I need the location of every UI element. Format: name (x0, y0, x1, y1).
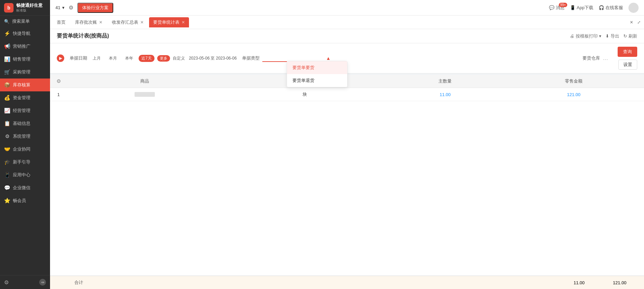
product-placeholder-0 (135, 92, 155, 97)
company-num: 41 (55, 5, 60, 10)
user-avatar[interactable] (628, 3, 639, 13)
date-this-year[interactable]: 本年 (122, 54, 136, 62)
expand-icon: ▶ (59, 56, 62, 61)
sidebar: b 畅捷通好生意 标准版 🔍 搜索菜单 ⚡ 快捷导航 📢 营销推广 📊 销售管理… (0, 0, 50, 289)
sidebar-label-9: 企业协同 (13, 146, 30, 152)
sidebar-icon-0: ⚡ (4, 30, 10, 37)
sidebar-icon-2: 📊 (4, 56, 10, 62)
sidebar-item-经营管理[interactable]: 📈 经营管理 (0, 104, 50, 117)
sidebar-label-6: 经营管理 (13, 108, 30, 114)
date-filter-group: 单据日期 上月 本月 本年 近7天 更多 自定义 2023-05-06 至 20… (70, 54, 237, 62)
sidebar-item-销售管理[interactable]: 📊 销售管理 (0, 53, 50, 66)
tab-label-3: 要货单统计表 (153, 19, 180, 25)
warehouse-more-icon[interactable]: … (603, 55, 608, 61)
app-label: App下载 (577, 5, 593, 11)
sidebar-label-5: 资金管理 (13, 95, 30, 101)
sidebar-collapse-button[interactable]: ⇔ (39, 279, 46, 286)
sidebar-item-企业协同[interactable]: 🤝 企业协同 (0, 143, 50, 156)
customer-service-button[interactable]: 🎧 在线客服 (599, 5, 623, 11)
sidebar-item-资金管理[interactable]: 💰 资金管理 (0, 91, 50, 104)
date-range-display: 2023-05-06 至 2023-06-06 (189, 55, 237, 61)
cell-index-0: 1 (50, 88, 67, 101)
sidebar-search-label: 搜索菜单 (12, 18, 30, 24)
date-last-7-days[interactable]: 近7天 (139, 55, 154, 62)
sidebar-label-2: 销售管理 (13, 56, 30, 62)
sidebar-item-畅会员[interactable]: ⭐ 畅会员 (0, 194, 50, 207)
tab-close-3[interactable]: ✕ (182, 20, 185, 25)
message-button[interactable]: 💬 消息 99+ (549, 5, 565, 11)
app-download-button[interactable]: 📱 App下载 (570, 5, 593, 11)
close-window-button[interactable]: ✕ (629, 20, 634, 25)
tab-close-1[interactable]: ✕ (99, 20, 102, 25)
sidebar-icon-13: ⭐ (4, 198, 10, 204)
sidebar-item-基础信息[interactable]: 📋 基础信息 (0, 117, 50, 130)
sidebar-item-库存核算[interactable]: 📦 库存核算 (0, 79, 50, 91)
col-settings: ⚙ (50, 75, 67, 88)
sidebar-item-新手引导[interactable]: 🎓 新手引导 (0, 156, 50, 169)
company-selector[interactable]: 41 ▾ (55, 5, 65, 10)
col-sale-amt: 零售金额 (503, 75, 644, 88)
sidebar-label-11: 应用中心 (13, 172, 30, 178)
refresh-button[interactable]: ↻ 刷新 (623, 33, 637, 39)
print-icon: 🖨 (570, 34, 574, 39)
sidebar-item-快捷导航[interactable]: ⚡ 快捷导航 (0, 27, 50, 40)
sidebar-label-3: 采购管理 (13, 69, 30, 75)
sidebar-label-13: 畅会员 (13, 198, 26, 204)
dropdown-item-0[interactable]: 要货单要货 (287, 61, 347, 74)
sidebar-item-企业微信[interactable]: 💬 企业微信 (0, 181, 50, 194)
sidebar-item-系统管理[interactable]: ⚙ 系统管理 (0, 130, 50, 143)
column-settings-icon[interactable]: ⚙ (56, 78, 61, 84)
date-this-month[interactable]: 本月 (106, 54, 120, 62)
sidebar-search[interactable]: 🔍 搜索菜单 (0, 16, 50, 27)
filter-expand-button[interactable]: ▶ (57, 54, 64, 62)
company-dropdown-icon: ▾ (62, 5, 65, 10)
date-custom[interactable]: 自定义 (173, 55, 185, 61)
type-dropdown: 要货单要货要货单退货 (287, 61, 348, 87)
sidebar-label-8: 系统管理 (13, 133, 30, 139)
tab-label-1: 库存批次账 (75, 19, 97, 25)
sidebar-icon-12: 💬 (4, 185, 10, 191)
tab-3[interactable]: 要货单统计表✕ (149, 17, 189, 27)
type-filter-label: 单据类型 (242, 55, 260, 61)
cell-sale-amt-0: 121.00 (503, 88, 644, 101)
tab-close-2[interactable]: ✕ (140, 20, 144, 25)
tab-label-2: 收发存汇总表 (112, 19, 138, 25)
sidebar-item-应用中心[interactable]: 📱 应用中心 (0, 169, 50, 181)
print-dropdown-icon: ▾ (599, 34, 601, 39)
tab-1[interactable]: 库存批次账✕ (71, 17, 106, 27)
table-container: ⚙ 商品 主计量单位 主数量 零售金额 1 块 11.00 1 (50, 75, 644, 289)
settings-button[interactable]: 设置 (618, 60, 637, 70)
trial-button[interactable]: 体验行业方案 (77, 3, 113, 13)
refresh-icon: ↻ (623, 34, 627, 39)
sidebar-icon-4: 📦 (4, 82, 10, 88)
top-header: 41 ▾ ⚙ 体验行业方案 💬 消息 99+ 📱 App下载 🎧 在线客服 (50, 0, 644, 16)
dropdown-item-1[interactable]: 要货单退货 (287, 74, 347, 87)
sidebar-item-采购管理[interactable]: 🛒 采购管理 (0, 66, 50, 79)
type-filter-arrow[interactable]: ▲ (326, 55, 331, 61)
sidebar-label-0: 快捷导航 (13, 30, 30, 37)
date-last-month[interactable]: 上月 (90, 54, 103, 62)
tab-2[interactable]: 收发存汇总表✕ (108, 17, 148, 27)
sidebar-icon-7: 📋 (4, 120, 10, 127)
cell-product-0 (67, 88, 222, 101)
export-button[interactable]: ⬇ 导出 (605, 33, 619, 39)
sidebar-item-营销推广[interactable]: 📢 营销推广 (0, 40, 50, 53)
col-product: 商品 (67, 75, 222, 88)
footer-sale-amt: 121.00 (599, 280, 640, 285)
sidebar-settings-icon[interactable]: ⚙ (4, 279, 9, 286)
col-main-qty: 主数量 (387, 75, 503, 88)
sidebar-icon-11: 📱 (4, 172, 10, 178)
tab-label-0: 首页 (57, 19, 66, 25)
date-more[interactable]: 更多 (157, 55, 170, 62)
date-filter-label: 单据日期 (70, 55, 87, 61)
message-icon: 💬 (549, 5, 554, 10)
service-icon: 🎧 (599, 5, 604, 10)
sidebar-icon-10: 🎓 (4, 159, 10, 165)
sidebar-icon-8: ⚙ (4, 133, 10, 139)
expand-window-button[interactable]: ⤢ (637, 20, 641, 25)
top-header-left: 41 ▾ ⚙ 体验行业方案 (55, 3, 113, 13)
tab-0[interactable]: 首页 (53, 17, 70, 27)
template-print-button[interactable]: 🖨 按模板打印 ▾ (570, 33, 601, 39)
header-settings-icon[interactable]: ⚙ (69, 4, 73, 11)
query-button[interactable]: 查询 (618, 47, 637, 57)
